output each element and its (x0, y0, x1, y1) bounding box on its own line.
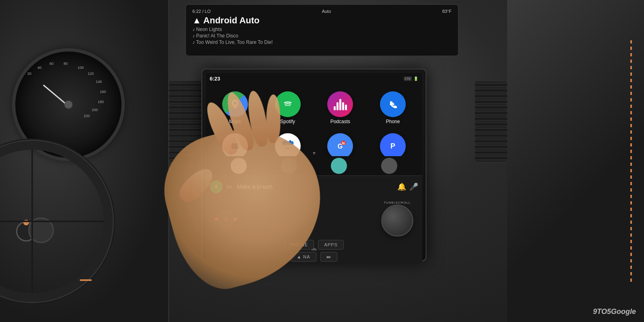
partial-icon-4 (381, 158, 397, 174)
skip-button[interactable]: ⏭ (320, 252, 337, 262)
phone-app-icon (380, 91, 406, 117)
seat-stitching-orange (630, 40, 632, 282)
cluster-time-speed: 6:22 / LO (192, 9, 211, 14)
app-podcasts[interactable]: Podcasts (315, 88, 366, 128)
news-app-icon: G N (327, 133, 353, 159)
tune-scroll-knob[interactable] (381, 204, 413, 237)
lte-indicator: LTE (404, 76, 412, 81)
mic-icon[interactable]: 🎤 (409, 182, 418, 191)
thumb (175, 164, 218, 206)
right-air-vent (475, 80, 507, 161)
cluster-auto-label: Auto (322, 9, 331, 14)
podcasts-app-label: Podcasts (330, 119, 350, 124)
svg-text:N: N (342, 141, 345, 145)
partial-icon-3 (331, 158, 347, 174)
status-bar: 6:23 LTE 🔋 (206, 73, 422, 84)
cluster-song3: ♪ Too Weird To Live, Too Rare To Die! (192, 39, 452, 45)
cluster-display: 6:22 / LO Auto 83°F ▲ Android Auto ♪ Neo… (185, 4, 459, 56)
cluster-song1: ♪ Neon Lights (192, 27, 452, 32)
pandora-app-icon: P (380, 133, 406, 159)
battery-icon: 🔋 (413, 76, 418, 81)
spotify-app-label: Spotify (280, 119, 295, 124)
cluster-temp: 83°F (442, 9, 452, 14)
scroll-down-indicator: ▾ (313, 150, 316, 156)
podcasts-app-icon (327, 91, 353, 117)
svg-text:P: P (390, 142, 395, 150)
finger-4 (266, 95, 281, 143)
phone-app-label: Phone (386, 119, 400, 124)
car-interior-scene: 20 40 60 80 100 120 140 160 180 200 220 (0, 0, 644, 322)
bell-icon[interactable]: 🔔 (397, 182, 406, 191)
cluster-android-auto-title: ▲ Android Auto (192, 15, 452, 26)
right-dashboard (507, 0, 644, 322)
apps-button[interactable]: APPS (318, 240, 343, 250)
tune-scroll-label: TUNE/SCROLL (384, 201, 411, 204)
status-icons: LTE 🔋 (404, 76, 418, 81)
svg-point-2 (282, 99, 293, 110)
app-phone[interactable]: Phone (367, 88, 418, 128)
watermark-9to5google: 9TO5Google (593, 308, 636, 316)
status-time: 6:23 (210, 76, 220, 82)
cluster-song2: ♪ Panic! At The Disco (192, 33, 452, 39)
nfc-symbol: ☁ (310, 244, 318, 252)
